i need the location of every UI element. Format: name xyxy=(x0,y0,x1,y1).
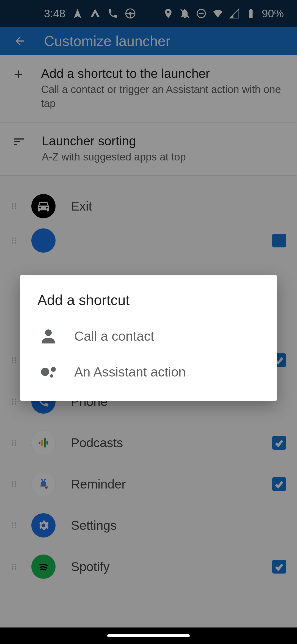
svg-point-63 xyxy=(41,368,49,376)
dialog-option-call-contact[interactable]: Call a contact xyxy=(37,318,260,354)
dialog-option-label: An Assistant action xyxy=(74,364,186,380)
svg-point-64 xyxy=(51,367,56,372)
dialog-option-label: Call a contact xyxy=(74,329,154,344)
dialog-option-assistant-action[interactable]: An Assistant action xyxy=(37,354,260,390)
svg-point-65 xyxy=(50,374,53,378)
home-handle[interactable] xyxy=(107,634,190,637)
add-shortcut-dialog: Add a shortcut Call a contact An Assista… xyxy=(20,275,277,401)
system-nav-bar xyxy=(0,627,297,644)
dialog-title: Add a shortcut xyxy=(37,292,260,308)
svg-point-62 xyxy=(45,329,52,336)
assistant-icon xyxy=(37,362,59,382)
person-icon xyxy=(37,326,59,346)
